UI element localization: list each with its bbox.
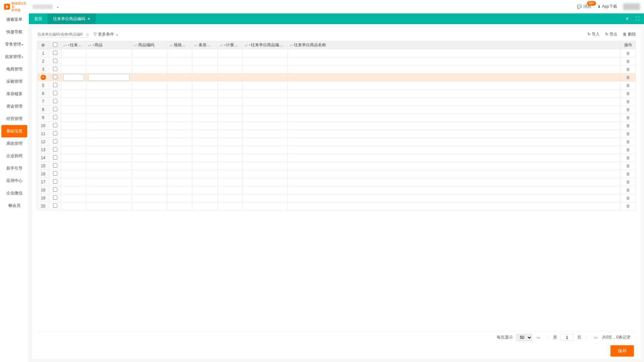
data-cell[interactable] <box>287 98 621 106</box>
data-cell[interactable] <box>132 114 167 122</box>
row-checkbox[interactable] <box>53 51 57 55</box>
data-cell[interactable] <box>86 122 132 130</box>
avatar[interactable] <box>623 3 640 10</box>
select-all-checkbox[interactable] <box>53 43 57 47</box>
col-unit[interactable]: ▴▾计量… <box>218 41 243 49</box>
data-cell[interactable] <box>167 65 192 73</box>
sidebar-item-9[interactable]: 基础信息 <box>1 125 27 137</box>
data-cell[interactable] <box>167 73 192 81</box>
data-cell[interactable] <box>132 57 167 65</box>
page-next-button[interactable]: 〉 <box>585 335 590 340</box>
sidebar-item-3[interactable]: 批发管理▸ <box>0 51 29 63</box>
data-cell[interactable] <box>243 114 287 122</box>
data-cell[interactable] <box>86 130 132 138</box>
data-cell[interactable] <box>218 65 243 73</box>
tab-home[interactable]: 首页 <box>29 13 48 24</box>
data-cell[interactable] <box>86 114 132 122</box>
data-cell[interactable] <box>218 89 243 98</box>
row-checkbox[interactable] <box>53 59 57 63</box>
data-cell[interactable] <box>61 202 86 210</box>
data-cell[interactable] <box>287 202 621 210</box>
data-cell[interactable] <box>218 186 243 194</box>
data-cell[interactable] <box>132 154 167 162</box>
data-cell[interactable] <box>167 186 192 194</box>
row-checkbox[interactable] <box>53 123 57 127</box>
row-delete-button[interactable]: 🗑 <box>626 107 630 112</box>
data-cell[interactable] <box>192 146 218 154</box>
data-cell[interactable] <box>86 154 132 162</box>
data-cell[interactable] <box>218 194 243 202</box>
fullscreen-button[interactable]: ⛶ <box>634 15 641 22</box>
data-cell[interactable] <box>287 194 621 202</box>
data-cell[interactable] <box>132 106 167 114</box>
row-checkbox[interactable] <box>53 91 57 95</box>
data-cell[interactable] <box>192 178 218 186</box>
page-last-button[interactable]: ⏭ <box>593 335 599 340</box>
data-cell[interactable] <box>192 114 218 122</box>
data-cell[interactable] <box>192 106 218 114</box>
data-cell[interactable] <box>167 114 192 122</box>
cell-input[interactable] <box>63 74 84 81</box>
data-cell[interactable] <box>132 186 167 194</box>
export-button[interactable]: ↻导出 <box>605 32 618 37</box>
data-cell[interactable] <box>61 89 86 98</box>
data-cell[interactable] <box>192 130 218 138</box>
data-cell[interactable] <box>132 146 167 154</box>
data-cell[interactable] <box>218 98 243 106</box>
data-cell[interactable] <box>243 154 287 162</box>
data-cell[interactable] <box>86 57 132 65</box>
data-cell[interactable] <box>167 81 192 89</box>
data-cell[interactable] <box>61 65 86 73</box>
data-cell[interactable] <box>192 186 218 194</box>
sidebar-item-15[interactable]: 畅会员 <box>0 199 29 212</box>
sidebar-item-7[interactable]: 资金管理 <box>0 100 29 113</box>
more-filter-button[interactable]: ▽ 更多条件 ⌄ <box>94 32 119 37</box>
data-cell[interactable] <box>132 178 167 186</box>
sidebar-item-14[interactable]: 企业微信 <box>0 187 29 199</box>
data-cell[interactable] <box>132 89 167 98</box>
data-cell[interactable] <box>86 138 132 146</box>
data-cell[interactable] <box>167 162 192 170</box>
data-cell[interactable] <box>287 114 621 122</box>
data-cell[interactable] <box>167 106 192 114</box>
col-barcode[interactable]: ▴▾条形… <box>192 41 218 49</box>
data-cell[interactable] <box>192 81 218 89</box>
data-cell[interactable] <box>287 57 621 65</box>
data-cell[interactable] <box>167 138 192 146</box>
row-checkbox[interactable] <box>53 99 57 103</box>
row-delete-button[interactable]: 🗑 <box>626 51 630 56</box>
data-cell[interactable] <box>86 81 132 89</box>
data-cell[interactable] <box>243 122 287 130</box>
save-button[interactable]: 保存 <box>610 345 634 357</box>
row-checkbox[interactable] <box>53 171 57 176</box>
data-cell[interactable] <box>132 162 167 170</box>
data-cell[interactable] <box>192 154 218 162</box>
data-cell[interactable] <box>86 162 132 170</box>
data-cell[interactable] <box>61 178 86 186</box>
data-cell[interactable] <box>243 202 287 210</box>
data-cell[interactable] <box>61 194 86 202</box>
data-cell[interactable] <box>287 122 621 130</box>
data-cell[interactable] <box>243 146 287 154</box>
row-delete-button[interactable]: 🗑 <box>626 196 630 200</box>
data-cell[interactable] <box>167 154 192 162</box>
data-cell[interactable] <box>132 65 167 73</box>
row-checkbox[interactable] <box>53 187 57 192</box>
data-cell[interactable] <box>192 138 218 146</box>
data-cell[interactable] <box>192 98 218 106</box>
data-cell[interactable] <box>243 65 287 73</box>
row-delete-button[interactable]: 🗑 <box>626 83 630 88</box>
row-checkbox[interactable] <box>53 115 57 119</box>
data-cell[interactable] <box>243 73 287 81</box>
row-checkbox[interactable] <box>53 147 57 152</box>
page-prev-button[interactable]: 〈 <box>544 335 550 340</box>
row-delete-button[interactable]: 🗑 <box>626 99 630 104</box>
data-cell[interactable] <box>287 170 621 178</box>
data-cell[interactable] <box>192 162 218 170</box>
page-first-button[interactable]: ⏮ <box>536 335 541 340</box>
data-cell[interactable] <box>243 186 287 194</box>
sidebar-item-6[interactable]: 库存核算 <box>0 88 29 100</box>
row-delete-button[interactable]: 🗑 <box>626 91 630 96</box>
data-cell[interactable] <box>287 130 621 138</box>
data-cell[interactable] <box>61 130 86 138</box>
